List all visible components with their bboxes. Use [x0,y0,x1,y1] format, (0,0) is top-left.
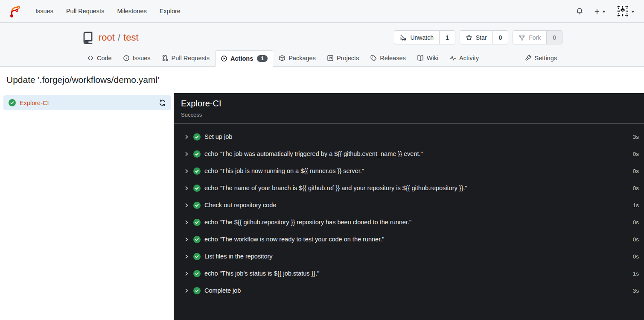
tab-code[interactable]: Code [82,50,117,66]
tab-wiki[interactable]: Wiki [411,50,444,66]
forgejo-logo-icon [9,5,21,18]
tab-issues[interactable]: Issues [117,50,156,66]
step-name: List files in the repository [204,253,273,260]
unwatch-label: Unwatch [410,34,433,41]
step-name: Complete job [204,287,241,294]
check-circle-icon [193,219,201,226]
fork-label: Fork [529,34,541,41]
jobs-sidebar: Explore-CI [0,93,174,320]
tab-actions[interactable]: Actions 1 [215,50,273,67]
repo-owner-link[interactable]: root [99,32,115,43]
run-layout: Explore-CI Explore-CI Success [0,93,644,320]
step-name: echo "The name of your branch is ${{ git… [204,185,467,191]
step-row[interactable]: Complete job 3s [184,282,640,299]
step-duration: 3s [633,134,640,140]
job-item-explore-ci[interactable]: Explore-CI [3,95,171,110]
navbar-links: Issues Pull Requests Milestones Explore [29,4,187,18]
step-name: echo "This job is now running on a ${{ r… [204,167,364,174]
check-circle-icon [193,167,201,175]
tab-label: Projects [337,55,359,62]
tab-label: Releases [380,55,405,62]
eye-slash-icon [400,34,407,41]
tab-projects[interactable]: Projects [321,50,364,66]
star-button[interactable]: Star 0 [460,30,508,44]
check-circle-icon [193,150,201,158]
check-circle-icon [193,185,201,192]
step-row[interactable]: echo "The ${{ github.repository }} repos… [184,214,640,231]
step-row[interactable]: Set up job 3s [184,128,640,145]
chevron-right-icon [184,134,189,140]
pulse-icon [449,55,456,62]
tab-releases[interactable]: Releases [364,50,411,66]
nav-link-pull-requests[interactable]: Pull Requests [60,4,111,18]
actions-count-badge: 1 [257,55,268,62]
create-new-menu[interactable]: + [594,7,606,16]
tab-label: Settings [535,55,557,62]
tag-icon [370,55,377,62]
step-row[interactable]: Check out repository code 1s [184,197,640,214]
star-icon [466,34,472,41]
step-duration: 1s [633,270,640,277]
nav-link-milestones[interactable]: Milestones [111,4,153,18]
forks-count: 0 [546,31,562,44]
tab-label: Pull Requests [172,55,210,62]
step-name: echo "The job was automatically triggere… [204,150,423,157]
step-duration: 0s [633,219,640,226]
notifications-button[interactable] [576,7,583,15]
code-icon [87,55,94,62]
step-duration: 0s [633,236,640,243]
tab-settings[interactable]: Settings [519,50,562,66]
sync-icon [159,99,166,106]
repo-header: root / test Unwatch 1 [0,23,644,67]
repo-action-buttons: Unwatch 1 Star 0 [394,30,562,44]
check-circle-icon [193,133,201,141]
caret-down-icon [631,11,635,13]
stars-count[interactable]: 0 [492,31,508,44]
run-page: Update '.forgejo/workflows/demo.yaml' Ex… [0,67,644,320]
tab-pull-requests[interactable]: Pull Requests [156,50,215,66]
check-circle-icon [193,236,201,243]
tab-label: Issues [133,55,151,62]
nav-link-explore[interactable]: Explore [153,4,187,18]
step-duration: 0s [633,151,640,157]
step-name: echo "The ${{ github.repository }} repos… [204,219,411,226]
step-row[interactable]: echo "The job was automatically triggere… [184,145,640,162]
rerun-job-button[interactable] [159,99,166,106]
tab-activity[interactable]: Activity [444,50,484,66]
chevron-right-icon [184,168,189,174]
step-row[interactable]: echo "This job's status is ${{ job.statu… [184,265,640,282]
fork-button: Fork 0 [513,30,562,44]
chevron-right-icon [184,237,189,242]
watchers-count[interactable]: 1 [439,31,455,44]
step-row[interactable]: echo "The workflow is now ready to test … [184,231,640,248]
step-duration: 0s [633,185,640,191]
chevron-right-icon [184,220,189,225]
step-row[interactable]: echo "The name of your branch is ${{ git… [184,179,640,197]
user-menu[interactable] [617,5,635,17]
repo-tabs: Code Issues Pull Requests Actions 1 [76,50,568,66]
job-log-panel: Explore-CI Success Set up job 3s echo "T… [174,93,644,320]
unwatch-button[interactable]: Unwatch 1 [394,30,455,44]
fork-icon [519,34,525,41]
tools-icon [525,55,532,62]
bell-icon [576,7,583,15]
user-avatar [617,5,629,17]
top-navbar: Issues Pull Requests Milestones Explore … [0,0,644,23]
forgejo-logo[interactable] [7,5,23,18]
step-row[interactable]: echo "This job is now running on a ${{ r… [184,162,640,179]
step-name: echo "This job's status is ${{ job.statu… [204,270,319,277]
step-duration: 0s [633,168,640,174]
package-icon [279,55,286,62]
step-row[interactable]: List files in the repository 0s [184,248,640,265]
tab-packages[interactable]: Packages [273,50,321,66]
tab-label: Wiki [427,55,438,62]
check-circle-icon [193,253,201,260]
job-name: Explore-CI [20,100,49,106]
step-duration: 1s [633,202,640,208]
chevron-right-icon [184,185,189,191]
nav-link-issues[interactable]: Issues [29,4,60,18]
repo-title-row: root / test Unwatch 1 [76,30,568,44]
book-open-icon [417,55,424,62]
repo-name-link[interactable]: test [123,32,138,43]
caret-down-icon [602,11,606,13]
